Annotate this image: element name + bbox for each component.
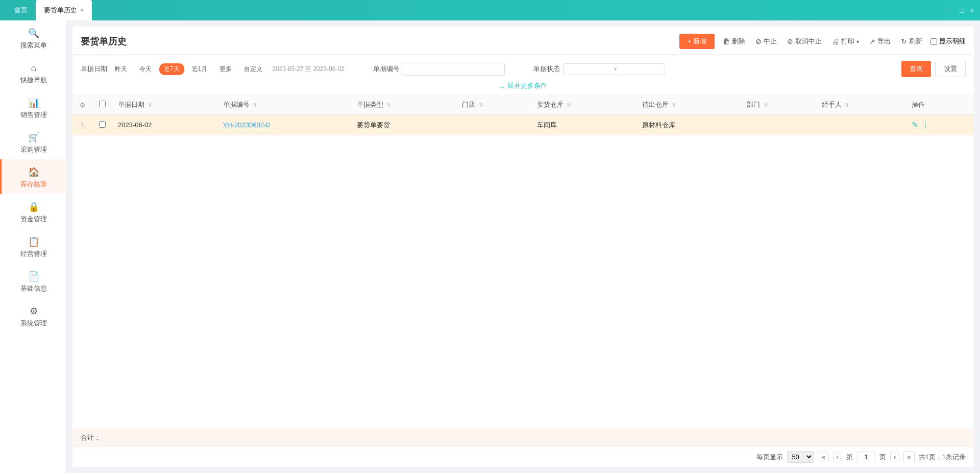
sidebar-item-finance-mgmt[interactable]: 🔒 资金管理 — [0, 194, 66, 229]
sort-store-icon[interactable]: ⇅ — [479, 102, 483, 108]
table-header-row: ⚙ 单据日期 ⇅ 单据编号 ⇅ — [72, 95, 974, 115]
last-page-btn[interactable]: » — [903, 452, 914, 462]
cancel-stop-button[interactable]: ⊘ 取消中止 — [785, 36, 824, 47]
order-no-input[interactable] — [403, 63, 505, 76]
cancel-stop-icon: ⊘ — [787, 37, 793, 45]
sort-date-icon[interactable]: ⇅ — [148, 102, 152, 108]
page-title: 要货单历史 — [81, 35, 127, 48]
tab-active[interactable]: 要货单历史 × — [36, 0, 92, 20]
row-actions: ✎ ⋮ — [905, 115, 974, 135]
print-button[interactable]: 🖨 打印 ▾ — [830, 36, 861, 47]
toolbar: + 新增 🗑 删除 ⊘ 中止 ⊘ 取消中止 🖨 打 — [679, 34, 966, 49]
tab-home[interactable]: 首页 — [6, 0, 36, 20]
page-input[interactable] — [857, 452, 875, 462]
sidebar-label-purchase: 采购管理 — [20, 145, 47, 154]
status-select[interactable]: ▾ — [563, 63, 665, 75]
date-btn-yesterday[interactable]: 昨天 — [110, 63, 132, 75]
sidebar-item-purchase-mgmt[interactable]: 🛒 采购管理 — [0, 125, 66, 159]
maximize-icon[interactable]: □ — [960, 7, 964, 14]
col-settings[interactable]: ⚙ — [72, 95, 93, 115]
stop-button[interactable]: ⊘ 中止 — [753, 36, 779, 47]
sort-order-type-icon[interactable]: ⇅ — [387, 102, 391, 108]
sidebar-item-sales-mgmt[interactable]: 📊 销售管理 — [0, 90, 66, 125]
sidebar-label-quick-nav: 快捷导航 — [20, 76, 47, 85]
sales-icon: 📊 — [28, 97, 39, 108]
date-btn-custom[interactable]: 自定义 — [239, 63, 267, 75]
prev-page-btn[interactable]: ‹ — [833, 452, 842, 462]
sort-department-icon[interactable]: ⇅ — [764, 102, 768, 108]
row-store — [456, 115, 531, 135]
quick-nav-icon: ⌂ — [28, 62, 39, 74]
content-area: 要货单历史 + 新增 🗑 删除 ⊘ 中止 ⊘ 取消中止 — [66, 20, 980, 473]
sidebar-label-inventory: 库存核算 — [20, 180, 47, 189]
settings-button[interactable]: 设置 — [935, 61, 966, 77]
display-detail-checkbox[interactable] — [930, 38, 937, 45]
new-button[interactable]: + 新增 — [679, 34, 715, 49]
close-window-icon[interactable]: × — [970, 7, 974, 14]
minimize-icon[interactable]: — — [947, 7, 954, 14]
tab-close-icon[interactable]: × — [80, 7, 84, 14]
col-handler: 经手人 ⇅ — [816, 95, 905, 115]
date-btn-1month[interactable]: 近1月 — [187, 63, 212, 75]
sidebar-label-basic-info: 基础信息 — [20, 284, 47, 293]
filter-row-1: 单据日期 昨天 今天 近7天 近1月 更多 自定义 2023-05-27 至 2… — [81, 61, 966, 77]
sidebar-item-basic-info[interactable]: 📄 基础信息 — [0, 264, 66, 298]
page-label: 页 — [879, 453, 886, 462]
row-date: 2023-06-02 — [112, 115, 217, 135]
first-page-btn[interactable]: « — [818, 452, 828, 462]
sidebar-item-inventory[interactable]: 🏠 库存核算 — [0, 159, 66, 194]
filter-area: 单据日期 昨天 今天 近7天 近1月 更多 自定义 2023-05-27 至 2… — [72, 55, 974, 95]
print-icon: 🖨 — [832, 37, 839, 45]
date-btn-more[interactable]: 更多 — [215, 63, 236, 75]
sort-order-no-icon[interactable]: ⇅ — [253, 102, 257, 108]
row-checkbox[interactable] — [99, 121, 106, 128]
page-size-label: 每页显示 — [756, 453, 783, 462]
table-footer: 合计： — [72, 429, 974, 446]
export-button[interactable]: ↗ 导出 — [867, 36, 893, 47]
table-settings-icon[interactable]: ⚙ — [80, 101, 86, 109]
col-req-warehouse: 要货仓库 ⇅ — [531, 95, 636, 115]
sidebar-item-operations-mgmt[interactable]: 📋 经营管理 — [0, 229, 66, 264]
sidebar-item-search-menu[interactable]: 🔍 搜索菜单 — [0, 20, 66, 55]
total-info: 共1页，1条记录 — [919, 453, 966, 462]
filter-action-buttons: 查询 设置 — [901, 61, 966, 77]
purchase-icon: 🛒 — [28, 132, 39, 143]
delete-button[interactable]: 🗑 删除 — [721, 36, 747, 47]
col-order-type: 单据类型 ⇅ — [351, 95, 456, 115]
display-detail-toggle[interactable]: 显示明细 — [930, 37, 966, 46]
col-order-no: 单据编号 ⇅ — [217, 95, 351, 115]
refresh-icon: ↻ — [901, 37, 907, 45]
sort-handler-icon[interactable]: ⇅ — [845, 102, 849, 108]
row-edit-icon[interactable]: ✎ — [912, 120, 918, 130]
sidebar: 🔍 搜索菜单 ⌂ 快捷导航 📊 销售管理 🛒 采购管理 🏠 库存核算 🔒 资金管… — [0, 20, 66, 473]
row-order-no-link[interactable]: YH-20230602-0 — [223, 121, 270, 129]
print-dropdown-icon: ▾ — [856, 39, 859, 44]
total-label: 合计： — [81, 433, 101, 442]
action-icons-group: ✎ ⋮ — [912, 120, 968, 130]
page-size-select[interactable]: 50 10 20 100 — [787, 451, 814, 463]
expand-more-btn[interactable]: ⌄ 展开更多条件 — [81, 81, 966, 90]
sort-pending-warehouse-icon[interactable]: ⇅ — [672, 102, 676, 108]
query-button[interactable]: 查询 — [901, 61, 931, 77]
date-filter-group: 单据日期 昨天 今天 近7天 近1月 更多 自定义 2023-05-27 至 2… — [81, 63, 345, 75]
select-all-checkbox[interactable] — [99, 101, 106, 107]
operations-icon: 📋 — [28, 236, 39, 247]
sort-req-warehouse-icon[interactable]: ⇅ — [567, 102, 571, 108]
row-more-icon[interactable]: ⋮ — [921, 120, 929, 130]
basic-info-icon: 📄 — [28, 271, 39, 282]
col-checkbox — [93, 95, 112, 115]
date-btn-7days[interactable]: 近7天 — [159, 63, 184, 75]
date-range-text: 2023-05-27 至 2023-06-02 — [272, 65, 344, 74]
table-row: 1 2023-06-02 YH-20230602-0 要货单要货 车间库 — [72, 115, 974, 135]
col-action: 操作 — [905, 95, 974, 115]
sidebar-item-quick-nav[interactable]: ⌂ 快捷导航 — [0, 55, 66, 90]
sidebar-item-system-mgmt[interactable]: ⚙ 系统管理 — [0, 298, 66, 333]
col-pending-warehouse: 待出仓库 ⇅ — [636, 95, 741, 115]
next-page-btn[interactable]: › — [890, 452, 899, 462]
row-order-no: YH-20230602-0 — [217, 115, 351, 135]
date-btn-today[interactable]: 今天 — [135, 63, 156, 75]
data-table: ⚙ 单据日期 ⇅ 单据编号 ⇅ — [72, 95, 974, 135]
expand-icon: ⌄ — [500, 82, 505, 90]
refresh-button[interactable]: ↻ 刷新 — [899, 36, 924, 47]
page-jump-label: 第 — [846, 453, 853, 462]
